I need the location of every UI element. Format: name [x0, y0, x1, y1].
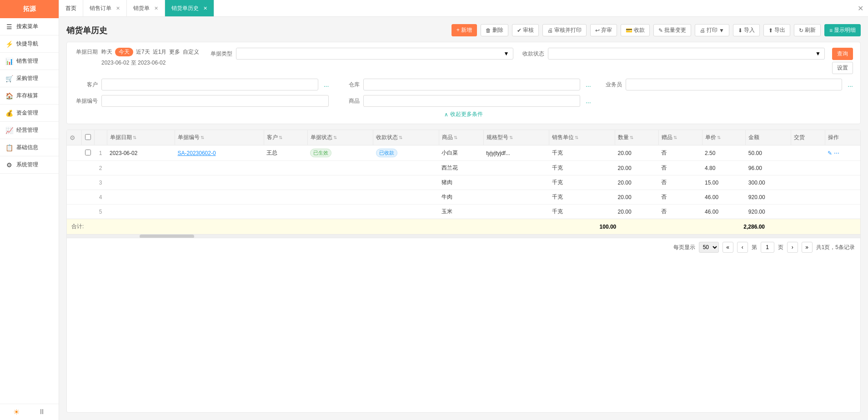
sidebar-item-sales-mgmt[interactable]: 📊 销售管理	[0, 53, 59, 70]
tab-sales-order[interactable]: 销售订单 ✕	[83, 0, 127, 16]
collapse-button[interactable]: ∧ 收起更多条件	[74, 110, 853, 118]
review-button[interactable]: ✔ 审核	[512, 24, 539, 36]
refresh-button[interactable]: ↻ 刷新	[794, 24, 821, 36]
shortcut-1month[interactable]: 近1月	[153, 48, 167, 56]
prev-page-button[interactable]: ‹	[737, 242, 748, 253]
th-sales-unit[interactable]: 销售单位⇅	[549, 130, 615, 145]
next-page-button[interactable]: ›	[787, 242, 798, 253]
td-num: 1	[94, 145, 107, 161]
sidebar-collapse-icon[interactable]: ⏸	[38, 408, 45, 416]
td-spec-type: tyjyjtyjdf...	[483, 145, 549, 161]
tab-sales-history-close[interactable]: ✕	[203, 5, 207, 11]
td-settings	[67, 145, 81, 161]
more-action[interactable]: ⋯	[834, 150, 839, 156]
th-spec-type[interactable]: 规格型号⇅	[483, 130, 549, 145]
th-doc-status[interactable]: 单据状态⇅	[307, 130, 373, 145]
sidebar-item-purchase-mgmt[interactable]: 🛒 采购管理	[0, 70, 59, 87]
sidebar-item-sys-mgmt[interactable]: ⚙ 系统管理	[0, 156, 59, 174]
tab-sales-delivery[interactable]: 销货单 ✕	[127, 0, 165, 16]
td-checkbox	[81, 190, 94, 205]
td-doc-no	[175, 205, 264, 219]
tab-sales-delivery-close[interactable]: ✕	[154, 5, 158, 11]
td-trade	[791, 205, 825, 219]
horizontal-scrollbar[interactable]	[67, 234, 860, 238]
search-menu-icon: ☰	[5, 23, 13, 30]
th-pay-status[interactable]: 收款状态⇅	[373, 130, 439, 145]
shortcut-custom[interactable]: 自定义	[183, 48, 199, 56]
table-settings-icon[interactable]: ⚙	[70, 134, 75, 141]
tab-sales-order-close[interactable]: ✕	[116, 5, 120, 11]
th-doc-no[interactable]: 单据编号⇅	[175, 130, 264, 145]
edit-action[interactable]: ✎	[828, 150, 832, 156]
delete-button[interactable]: 🗑 删除	[481, 24, 508, 36]
shortcut-today[interactable]: 今天	[115, 48, 133, 56]
review-print-button[interactable]: 🖨 审核并打印	[542, 24, 587, 36]
gift-sort-icon: ⇅	[673, 135, 677, 140]
doc-no-input[interactable]	[101, 95, 329, 107]
sidebar-item-ops-mgmt[interactable]: 📈 经营管理	[0, 122, 59, 139]
th-unit-price[interactable]: 单价⇅	[702, 130, 746, 145]
print-icon: 🖨	[700, 27, 705, 34]
th-amount: 金额	[746, 130, 791, 145]
tab-sales-history[interactable]: 销货单历史 ✕	[165, 0, 214, 16]
pagination: 每页显示 50 « ‹ 第 页 › » 共1页，5条记录	[67, 238, 860, 256]
abandon-button[interactable]: ↩ 弃审	[590, 24, 617, 36]
product-dots-btn[interactable]: ...	[586, 97, 591, 105]
sidebar-settings-icon[interactable]: ☀	[13, 408, 20, 416]
td-doc-no	[175, 175, 264, 190]
print-button[interactable]: 🖨 打印 ▼	[695, 24, 729, 36]
salesperson-input[interactable]	[626, 79, 843, 90]
per-page-select[interactable]: 50	[699, 242, 719, 253]
td-gift: 否	[658, 205, 702, 219]
th-doc-date[interactable]: 单据日期⇅	[107, 130, 175, 145]
product-input[interactable]	[363, 95, 580, 107]
sidebar-item-finance-mgmt[interactable]: 💰 资金管理	[0, 105, 59, 122]
first-page-button[interactable]: «	[722, 242, 733, 253]
sidebar-item-quick-nav[interactable]: ⚡ 快捷导航	[0, 35, 59, 53]
td-trade	[791, 161, 825, 175]
warehouse-input[interactable]	[363, 79, 580, 90]
sidebar-item-search-menu[interactable]: ☰ 搜索菜单	[0, 18, 59, 35]
sidebar-item-label: 基础信息	[16, 144, 38, 151]
td-spec-type	[483, 205, 549, 219]
tab-close-all[interactable]: ✕	[858, 4, 868, 13]
customer-dots-btn[interactable]: ...	[324, 81, 329, 88]
td-trade	[791, 175, 825, 190]
salesperson-dots-btn[interactable]: ...	[848, 81, 853, 88]
doc-type-select[interactable]: ▼	[236, 48, 513, 60]
td-product: 牛肉	[439, 190, 483, 205]
import-button[interactable]: ⬇ 导入	[733, 24, 760, 36]
query-button[interactable]: 查询	[832, 48, 853, 60]
shortcut-yesterday[interactable]: 昨天	[101, 48, 112, 56]
td-customer	[264, 205, 307, 219]
doc-no-link[interactable]: SA-20230602-0	[178, 150, 216, 156]
new-button[interactable]: + 新增	[452, 24, 477, 36]
warehouse-dots-btn[interactable]: ...	[586, 81, 591, 88]
batch-change-button[interactable]: ✎ 批量变更	[653, 24, 691, 36]
customer-input[interactable]	[101, 79, 318, 90]
receive-button[interactable]: 💳 收款	[621, 24, 650, 36]
td-customer: 王总	[264, 145, 307, 161]
th-qty[interactable]: 数量⇅	[615, 130, 659, 145]
sidebar-item-inventory[interactable]: 🏠 库存核算	[0, 87, 59, 105]
payment-status-select[interactable]: ▼	[548, 48, 825, 60]
th-gift[interactable]: 赠品⇅	[658, 130, 702, 145]
toolbar: + 新增 🗑 删除 ✔ 审核 🖨 审核并打印 ↩ 弃审	[452, 24, 861, 36]
td-sales-unit: 千克	[549, 145, 615, 161]
shortcut-more[interactable]: 更多	[169, 48, 180, 56]
td-unit-price: 15.00	[702, 175, 746, 190]
td-doc-no	[175, 190, 264, 205]
page-number-input[interactable]	[761, 242, 774, 253]
shortcut-7days[interactable]: 近7天	[136, 48, 150, 56]
th-product[interactable]: 商品⇅	[439, 130, 483, 145]
select-all-checkbox[interactable]	[85, 134, 91, 140]
row-checkbox[interactable]	[85, 150, 91, 155]
show-detail-button[interactable]: ≡ 显示明细	[824, 24, 861, 36]
th-customer[interactable]: 客户⇅	[264, 130, 307, 145]
settings-button[interactable]: 设置	[832, 62, 853, 74]
export-button[interactable]: ⬆ 导出	[763, 24, 790, 36]
tab-home[interactable]: 首页	[59, 0, 83, 16]
sidebar-item-base-info[interactable]: 📋 基础信息	[0, 139, 59, 156]
last-page-button[interactable]: »	[802, 242, 813, 253]
refresh-icon: ↻	[799, 27, 803, 34]
